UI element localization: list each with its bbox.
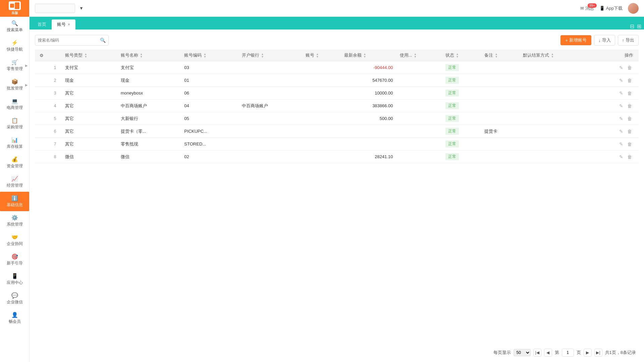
per-page-select[interactable]: 50 20 100 [514,349,531,356]
delete-button[interactable]: 🗑 [626,154,633,160]
edit-button[interactable]: ✎ [618,141,625,147]
sidebar-item-member[interactable]: 👤 畅会员 [0,308,29,328]
row-type: 其它 [62,125,117,138]
sidebar-item-wholesale[interactable]: 📦 批发管理 ▶ [0,75,29,95]
page-prev-button[interactable]: ◀ [544,349,552,357]
row-balance [341,125,396,138]
ecommerce-icon: 💻 [11,98,18,104]
page-input[interactable] [562,349,574,357]
sidebar-item-quick[interactable]: ⚡ 快捷导航 [0,36,29,56]
row-type: 现金 [62,74,117,87]
edit-button[interactable]: ✎ [618,154,625,160]
content-area: 🔍 + 新增账号 ↓ 导入 ↑ 导出 [30,29,644,362]
th-settings[interactable]: ⚙ [35,50,48,61]
page-last-button[interactable]: ▶| [594,349,602,357]
row-default-settle [520,100,592,112]
th-name[interactable]: 账号名称 ▲▼ [117,50,181,61]
row-status: 正常 [442,150,481,163]
edit-button[interactable]: ✎ [618,90,625,97]
delete-button[interactable]: 🗑 [626,77,633,84]
page-next-button[interactable]: ▶ [584,349,592,357]
row-default-settle [520,138,592,150]
th-status[interactable]: 状态 ▲▼ [442,50,481,61]
sidebar-item-apps[interactable]: 📱 应用中心 [0,269,29,289]
tab-account[interactable]: 账号 × [52,19,75,29]
topbar-search-input[interactable] [35,4,75,13]
app-download-button[interactable]: 📱 App下载 [599,5,623,11]
row-status: 正常 [442,61,481,74]
chevron-down-icon: ▼ [79,6,84,11]
edit-button[interactable]: ✎ [618,64,625,71]
sidebar-item-enterprise[interactable]: 🤝 企业协同 [0,231,29,250]
sidebar-item-system[interactable]: ⚙️ 系统管理 [0,211,29,231]
import-button[interactable]: ↓ 导入 [594,35,615,46]
edit-button[interactable]: ✎ [618,77,625,84]
th-bank[interactable]: 开户银行 ▲▼ [238,50,302,61]
search-button[interactable]: 🔍 [97,38,108,43]
th-balance[interactable]: 最新余额 ▲▼ [341,50,396,61]
th-type[interactable]: 账号类型 ▲▼ [62,50,117,61]
th-usage[interactable]: 使用... ▲▼ [396,50,442,61]
sidebar-item-guide[interactable]: 🎯 新手引导 [0,250,29,269]
delete-button[interactable]: 🗑 [626,64,633,71]
row-default-settle [520,61,592,74]
row-index: 8 [48,150,62,163]
svg-rect-0 [10,4,14,8]
sidebar-item-search[interactable]: 🔍 搜索菜单 [0,17,29,36]
row-bank [238,138,302,150]
tab-home[interactable]: 首页 [32,19,52,29]
row-index: 7 [48,138,62,150]
row-usage [396,61,442,74]
row-settings [35,112,48,125]
plus-icon: + [565,38,568,43]
row-code: STORED... [181,138,238,150]
export-button[interactable]: ↑ 导出 [618,35,639,46]
page-first-button[interactable]: |◀ [533,349,541,357]
edit-button[interactable]: ✎ [618,128,625,135]
edit-button[interactable]: ✎ [618,103,625,109]
sidebar-item-inventory[interactable]: 📊 库存核算 [0,133,29,153]
sidebar-item-finance[interactable]: 💰 资金管理 [0,153,29,172]
main-area: ▼ ✉ 消息 99+ 📱 App下载 首页 账号 × [30,0,644,362]
th-code[interactable]: 账号编码 ▲▼ [181,50,238,61]
topbar-dropdown[interactable]: ▼ [79,6,84,11]
delete-button[interactable]: 🗑 [626,103,633,109]
sidebar-item-retail[interactable]: 🛒 零售管理 ▶ [0,56,29,75]
sidebar-item-basic[interactable]: ℹ️ 基础信息 [0,192,29,211]
row-name: 微信 [117,150,181,163]
basic-icon: ℹ️ [11,195,18,201]
row-status: 正常 [442,125,481,138]
mobile-icon: 📱 [599,6,605,11]
th-default-settle[interactable]: 默认结算方式 ▲▼ [520,50,592,61]
sidebar-item-system-label: 系统管理 [7,222,23,227]
th-account[interactable]: 账号 ▲▼ [302,50,341,61]
sidebar-item-wechat[interactable]: 💬 企业微信 [0,289,29,308]
th-actions: 操作 [592,50,639,61]
row-actions: ✎ 🗑 [592,61,639,74]
sort-icon-type: ▲▼ [85,53,87,58]
apps-icon: 📱 [11,273,18,279]
row-settings [35,100,48,112]
search-input[interactable] [35,38,97,43]
th-remark[interactable]: 备注 ▲▼ [481,50,520,61]
tab-close-icon[interactable]: × [68,22,70,26]
new-account-button[interactable]: + 新增账号 [560,35,591,45]
avatar[interactable] [628,3,639,14]
table-row: 8 微信 微信 02 28241.10 正常 ✎ 🗑 [35,150,639,163]
row-settings [35,61,48,74]
sidebar-item-ecommerce[interactable]: 💻 电商管理 [0,95,29,114]
delete-button[interactable]: 🗑 [626,128,633,135]
sidebar-item-purchase[interactable]: 📋 采购管理 [0,114,29,133]
row-usage [396,87,442,100]
delete-button[interactable]: 🗑 [626,90,633,97]
message-button[interactable]: ✉ 消息 99+ [580,5,594,11]
toolbar: 🔍 + 新增账号 ↓ 导入 ↑ 导出 [35,35,639,46]
delete-button[interactable]: 🗑 [626,141,633,147]
tab-minimize-icon[interactable]: ⊟ [630,23,634,29]
tab-expand-icon[interactable]: ⊞ [637,23,641,29]
edit-button[interactable]: ✎ [618,115,625,122]
delete-button[interactable]: 🗑 [626,115,633,122]
table-row: 4 其它 中百商场账户 04 中百商场账户 383866.00 正常 ✎ 🗑 [35,100,639,112]
sidebar-item-operations[interactable]: 📈 经营管理 [0,172,29,192]
row-balance: 10000.00 [341,87,396,100]
